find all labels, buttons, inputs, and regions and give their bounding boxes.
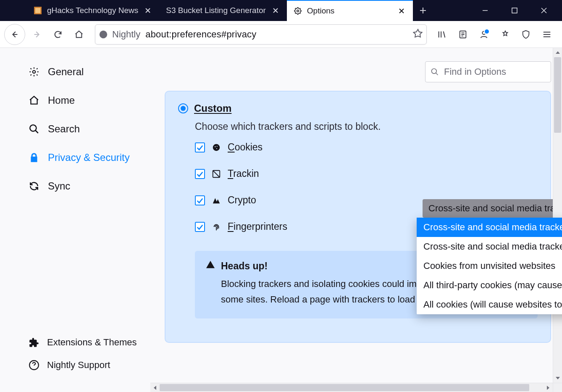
url-text: about:preferences#privacy [145,29,408,40]
forward-button[interactable] [28,25,46,44]
scroll-up-icon[interactable] [553,48,562,57]
account-icon[interactable] [475,26,492,43]
preferences-sidebar: General Home Search Privacy & Security S… [0,48,165,383]
menu-icon[interactable] [538,26,555,43]
extension-icon[interactable] [496,26,513,43]
svg-rect-3 [512,8,517,13]
sidebar-item-label: Search [48,123,80,135]
tab-label: gHacks Technology News [47,6,138,15]
sidebar-item-label: Extensions & Themes [47,337,137,348]
back-button[interactable] [4,24,25,45]
library-icon[interactable] [433,26,450,43]
tab-s3[interactable]: S3 Bucket Listing Generator [159,0,287,21]
window-controls [470,0,562,21]
url-bar[interactable]: Nightly about:preferences#privacy [95,24,427,45]
close-icon[interactable] [271,6,280,15]
crypto-icon [212,196,221,205]
question-icon [28,359,40,371]
dropdown-option[interactable]: Cross-site and social media trackers, an… [417,237,562,256]
close-window-button[interactable] [529,0,559,21]
sidebar-item-label: Nightly Support [47,360,110,371]
sidebar-item-general[interactable]: General [24,59,157,85]
content-area: General Home Search Privacy & Security S… [0,48,562,383]
custom-subtext: Choose which trackers and scripts to blo… [195,121,538,132]
svg-point-8 [30,125,36,131]
sidebar-item-home[interactable]: Home [24,87,157,113]
bookmark-star-icon[interactable] [413,29,423,40]
custom-radio[interactable]: Custom [178,103,538,114]
new-tab-button[interactable] [413,0,433,21]
svg-point-2 [297,10,299,12]
svg-point-11 [213,144,220,151]
svg-point-12 [215,146,215,147]
vertical-scrollbar[interactable] [553,48,562,383]
sync-icon [28,180,40,192]
tracking-icon [212,169,221,179]
scroll-left-icon[interactable] [150,385,160,390]
scroll-thumb[interactable] [160,384,529,391]
shield-icon[interactable] [517,26,534,43]
fingerprinters-label: Fingerprinters [228,221,287,232]
sidebar-support[interactable]: Nightly Support [24,355,157,375]
search-input[interactable]: Find in Options [425,61,551,82]
search-placeholder: Find in Options [444,66,506,77]
tracking-checkbox[interactable] [195,169,205,179]
sidebar-item-privacy[interactable]: Privacy & Security [24,145,157,171]
gear-icon [294,7,302,15]
dropdown-option[interactable]: Cookies from unvisited websites [417,256,562,276]
identity-box[interactable]: Nightly [99,29,140,40]
close-icon[interactable] [143,6,152,15]
scroll-right-icon[interactable] [544,385,553,390]
cookies-dropdown: Cross-site and social media trackers Cro… [417,218,562,314]
tab-ghacks[interactable]: gHacks Technology News [27,0,159,21]
tracking-label: Trackin [228,168,259,179]
sidebar-item-search[interactable]: Search [24,116,157,142]
horizontal-scrollbar[interactable] [150,383,553,392]
cookies-checkbox[interactable] [195,142,205,153]
svg-point-4 [100,30,107,38]
tab-strip: gHacks Technology News S3 Bucket Listing… [0,0,470,21]
sidebar-item-sync[interactable]: Sync [24,173,157,199]
puzzle-icon [28,336,40,349]
custom-label: Custom [194,103,231,114]
dropdown-option[interactable]: Cross-site and social media trackers [417,218,562,237]
reader-icon[interactable] [454,26,471,43]
warning-icon [206,260,215,272]
fingerprint-icon [212,222,221,232]
scroll-thumb[interactable] [554,57,561,133]
cookie-icon [212,143,221,152]
heads-up-title: Heads up! [221,260,268,272]
home-icon [28,94,40,107]
maximize-button[interactable] [500,0,529,21]
lock-icon [28,151,40,164]
cookies-row: Cookies [195,142,538,153]
minimize-button[interactable] [470,0,500,21]
tracking-row: Trackin [195,168,538,179]
reload-button[interactable] [49,25,67,44]
close-icon[interactable] [397,6,406,16]
cookies-select[interactable]: Cross-site and social media trackers [423,199,562,218]
svg-point-6 [482,31,485,34]
sidebar-item-label: Sync [48,180,70,192]
tab-options[interactable]: Options [287,0,413,21]
svg-point-13 [217,146,218,147]
sidebar-item-label: General [48,66,84,78]
tab-label: Options [307,6,334,16]
select-value: Cross-site and social media trackers [428,203,562,214]
scroll-corner [553,383,562,392]
scroll-down-icon[interactable] [553,374,562,383]
crypto-label: Crypto [228,195,256,206]
ghacks-favicon-icon [34,6,42,15]
home-button[interactable] [70,25,88,44]
cookies-label: Cookies [228,142,263,153]
radio-selected-icon [178,103,188,113]
identity-label: Nightly [112,29,140,40]
svg-point-14 [216,148,217,149]
dropdown-option[interactable]: All third-party cookies (may cause websi… [417,276,562,295]
search-icon [28,123,40,135]
dropdown-option[interactable]: All cookies (will cause websites to brea… [417,295,562,314]
sidebar-extensions[interactable]: Extensions & Themes [24,332,157,353]
crypto-checkbox[interactable] [195,195,205,205]
fingerprinters-checkbox[interactable] [195,222,205,232]
sidebar-item-label: Home [48,95,75,106]
